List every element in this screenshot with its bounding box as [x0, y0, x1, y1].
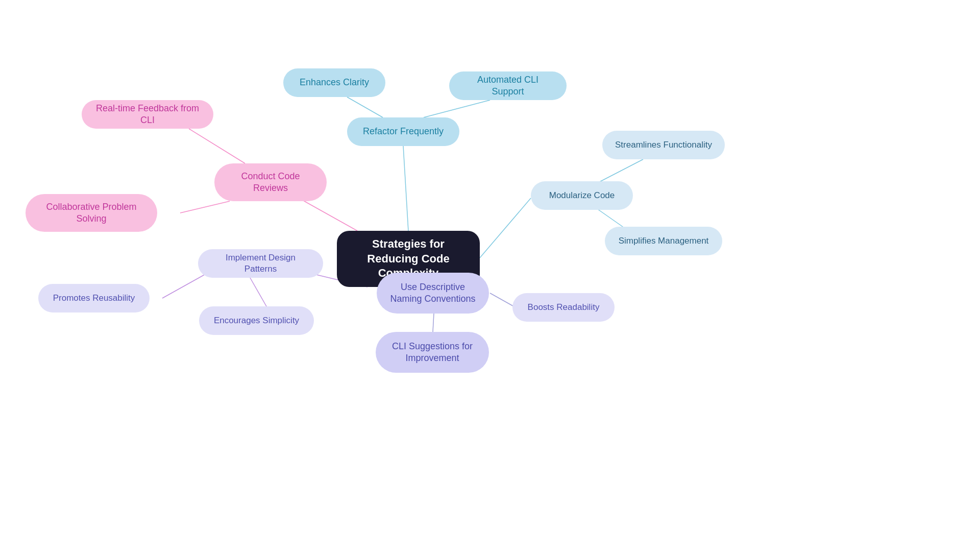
svg-line-0	[403, 146, 408, 231]
encourages-simplicity-node[interactable]: Encourages Simplicity	[199, 306, 314, 335]
svg-line-5	[347, 97, 383, 117]
enhances-clarity-node[interactable]: Enhances Clarity	[283, 68, 385, 97]
svg-line-7	[189, 129, 245, 163]
promotes-reusability-node[interactable]: Promotes Reusability	[38, 284, 150, 312]
boosts-readability-node[interactable]: Boosts Readability	[512, 293, 615, 322]
svg-line-2	[480, 198, 531, 258]
use-descriptive-naming-node[interactable]: Use Descriptive Naming Conventions	[377, 273, 489, 314]
conduct-code-reviews-node[interactable]: Conduct Code Reviews	[214, 163, 327, 201]
svg-line-8	[180, 201, 230, 213]
simplifies-management-node[interactable]: Simplifies Management	[605, 227, 722, 255]
svg-line-14	[433, 314, 434, 332]
automated-cli-node[interactable]: Automated CLI Support	[449, 71, 567, 100]
svg-line-13	[490, 293, 516, 307]
realtime-feedback-node[interactable]: Real-time Feedback from CLI	[82, 100, 213, 129]
cli-suggestions-node[interactable]: CLI Suggestions for Improvement	[376, 332, 489, 373]
refactor-frequently-node[interactable]: Refactor Frequently	[347, 117, 459, 146]
svg-line-6	[424, 100, 490, 117]
collaborative-problem-solving-node[interactable]: Collaborative Problem Solving	[26, 194, 157, 232]
implement-design-patterns-node[interactable]: Implement Design Patterns	[198, 249, 323, 278]
modularize-code-node[interactable]: Modularize Code	[531, 181, 633, 210]
streamlines-functionality-node[interactable]: Streamlines Functionality	[602, 131, 725, 159]
